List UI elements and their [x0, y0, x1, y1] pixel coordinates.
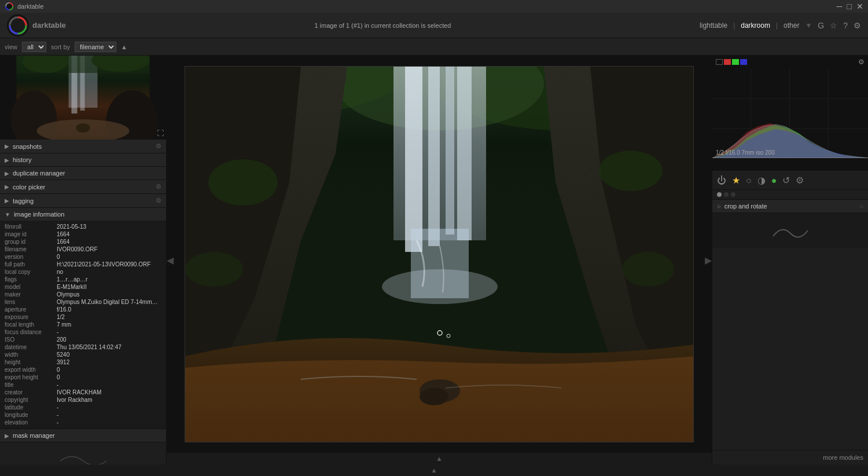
minimize-button[interactable]: ─	[837, 2, 843, 11]
history-arrow: ▶	[5, 157, 9, 163]
info-row: copyrightIvor Rackham	[5, 396, 161, 404]
image-information-header[interactable]: ▼ image information	[0, 208, 166, 221]
module-dot-1[interactable]	[717, 192, 722, 197]
color-picker-header[interactable]: ▶ color picker ⚙	[0, 180, 166, 193]
info-row: focal length7 mm	[5, 321, 161, 328]
section-snapshots: ▶ snapshots ⚙	[0, 140, 166, 153]
bottom-up-arrow-icon[interactable]: ▲	[431, 466, 437, 474]
color-picker-gear-icon[interactable]: ⚙	[156, 183, 161, 191]
info-value: -	[57, 382, 58, 388]
app-name: darktable	[32, 21, 66, 30]
info-value: H:\2021\2021-05-13\IVOR0090.ORF	[57, 261, 150, 268]
snapshots-gear-icon[interactable]: ⚙	[156, 142, 161, 150]
tagging-header[interactable]: ▶ tagging ⚙	[0, 194, 166, 207]
module-reset-icon[interactable]: ↺	[781, 174, 791, 187]
svg-point-28	[599, 151, 663, 191]
crop-rotate-status: ○	[859, 203, 863, 210]
main-layout: ⛶ ▶ snapshots ⚙ ▶ history ▶ duplicate ma…	[0, 56, 868, 464]
info-label: maker	[5, 291, 57, 298]
nav-lighttable[interactable]: lighttable	[700, 21, 727, 30]
info-label: focal length	[5, 321, 57, 328]
info-value: -	[57, 419, 58, 426]
info-label: height	[5, 359, 57, 365]
hist-red-btn[interactable]	[724, 59, 731, 65]
module-circle-icon[interactable]: ○	[745, 174, 753, 187]
tagging-gear-icon[interactable]: ⚙	[156, 197, 161, 204]
right-panel: ⚙	[712, 56, 868, 464]
maximize-button[interactable]: □	[847, 2, 852, 11]
histogram-channel-buttons	[716, 59, 747, 65]
color-picker-title: color picker	[13, 184, 156, 191]
mask-manager-header[interactable]: ▶ mask manager	[0, 429, 166, 442]
duplicate-manager-header[interactable]: ▶ duplicate manager	[0, 167, 166, 180]
main-image[interactable]	[185, 66, 694, 442]
star-icon[interactable]: ☆	[830, 21, 837, 30]
crop-rotate-title: crop and rotate	[724, 203, 856, 210]
svg-point-27	[185, 252, 243, 287]
module-dot-3[interactable]	[731, 192, 735, 197]
sort-label: sort by	[51, 43, 70, 50]
left-edge-collapse-icon[interactable]: ◀	[167, 255, 174, 266]
duplicate-arrow: ▶	[5, 170, 9, 177]
close-button[interactable]: ✕	[856, 2, 863, 11]
history-header[interactable]: ▶ history	[0, 153, 166, 166]
crop-rotate-toggle[interactable]: ○	[717, 203, 721, 210]
info-row: filmroll2021-05-13	[5, 223, 161, 230]
info-label: width	[5, 351, 57, 358]
image-info-content: filmroll2021-05-13image id1664group id16…	[0, 221, 166, 429]
info-value: -	[57, 404, 58, 411]
settings-icon[interactable]: ⚙	[854, 21, 861, 30]
info-value: f/16.0	[57, 306, 71, 313]
svg-point-26	[208, 159, 278, 206]
info-row: image id1664	[5, 230, 161, 238]
info-label: longitude	[5, 412, 57, 418]
module-dot-2[interactable]	[724, 192, 729, 197]
help-icon[interactable]: ?	[843, 21, 848, 30]
info-label: export width	[5, 367, 57, 373]
module-power-icon[interactable]: ⏻	[716, 174, 727, 187]
nav-other[interactable]: other	[784, 21, 799, 30]
crop-rotate-header: ○ crop and rotate ○	[712, 200, 868, 213]
hist-all-btn[interactable]	[716, 59, 723, 65]
more-modules-button[interactable]: more modules	[712, 450, 868, 464]
mask-manager-title: mask manager	[13, 432, 161, 439]
guide-icon[interactable]: G	[818, 21, 824, 30]
image-area[interactable]	[167, 56, 712, 453]
sort-direction-icon[interactable]: ▲	[121, 43, 127, 50]
info-value: 1664	[57, 231, 69, 237]
histogram-icons: ⚙	[858, 58, 865, 66]
info-value: 7 mm	[57, 321, 71, 328]
module-toolbar: ⏻ ★ ○ ◑ ● ↺ ⚙	[712, 171, 868, 190]
view-select[interactable]: all	[22, 42, 46, 52]
info-value: Olympus	[57, 291, 79, 298]
snapshots-header[interactable]: ▶ snapshots ⚙	[0, 140, 166, 153]
sort-select[interactable]: filename	[75, 42, 116, 52]
scroll-up-icon[interactable]: ▲	[436, 455, 443, 463]
module-color-wheel-icon[interactable]: ●	[770, 174, 778, 187]
info-row: filenameIVOR0090.ORF	[5, 246, 161, 253]
info-value: IVOR0090.ORF	[57, 246, 98, 252]
module-menu-icon[interactable]: ⚙	[795, 174, 805, 187]
info-label: exposure	[5, 314, 57, 320]
info-value: 5240	[57, 351, 69, 358]
module-star-icon[interactable]: ★	[731, 174, 741, 187]
section-duplicate-manager: ▶ duplicate manager	[0, 167, 166, 180]
app-icon	[5, 2, 14, 11]
hist-green-btn[interactable]	[732, 59, 739, 65]
info-label: aperture	[5, 306, 57, 313]
histogram-settings-icon[interactable]: ⚙	[858, 58, 865, 66]
snapshots-arrow: ▶	[5, 143, 9, 149]
info-row: exposure1/2	[5, 313, 161, 321]
info-row: export height0	[5, 374, 161, 381]
hist-blue-btn[interactable]	[740, 59, 747, 65]
info-value: Ivor Rackham	[57, 397, 93, 403]
info-label: datetime	[5, 344, 57, 350]
info-label: lens	[5, 299, 57, 305]
section-history: ▶ history	[0, 153, 166, 167]
thumbnail-expand-icon[interactable]: ⛶	[157, 129, 164, 137]
info-value: Thu 13/05/2021 14:02:47	[57, 344, 122, 350]
nav-darkroom[interactable]: darkroom	[741, 21, 770, 30]
right-edge-collapse-icon[interactable]: ▶	[705, 255, 712, 266]
info-label: filename	[5, 246, 57, 252]
module-half-circle-icon[interactable]: ◑	[756, 174, 767, 187]
